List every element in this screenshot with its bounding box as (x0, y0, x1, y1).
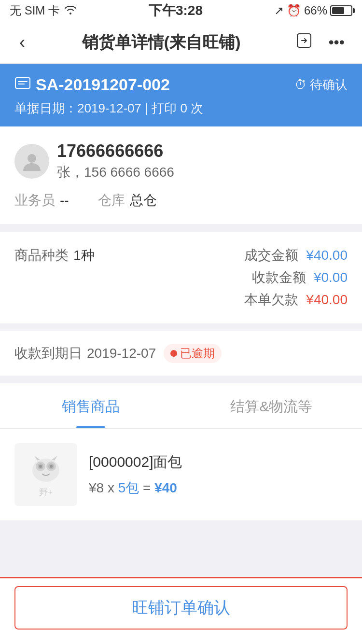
received-amount: 收款金额 ¥0.00 (252, 268, 348, 287)
more-button[interactable]: ••• (325, 30, 348, 54)
share-button[interactable] (292, 29, 316, 56)
svg-point-3 (32, 459, 59, 482)
bottom-bar: 旺铺订单确认 (0, 577, 362, 644)
product-list: 野+ [0000002]面包 ¥8 x 5包 = ¥40 (0, 429, 362, 520)
alarm-icon: ⏰ (287, 4, 301, 17)
customer-meta: 业务员 -- 仓库 总仓 (14, 191, 348, 210)
location-icon: ↗ (274, 4, 284, 17)
tabs-header: 销售商品 结算&物流等 (0, 383, 362, 429)
customer-section: 17666666666 张，156 6666 6666 业务员 -- 仓库 总仓 (0, 126, 362, 224)
product-types: 商品种类 1种 (14, 246, 95, 265)
svg-point-2 (28, 154, 36, 163)
tab-sales-products[interactable]: 销售商品 (0, 383, 181, 428)
svg-point-9 (50, 465, 53, 468)
product-price-formula: ¥8 x 5包 = ¥40 (89, 479, 348, 497)
order-id: SA-20191207-002 (14, 75, 170, 94)
svg-point-8 (39, 465, 42, 468)
due-date-value: 2019-12-07 (87, 346, 156, 361)
order-status: ⏱ 待确认 (294, 76, 348, 93)
tabs-section: 销售商品 结算&物流等 (0, 383, 362, 520)
order-date: 单据日期：2019-12-07 | 打印 0 次 (14, 100, 348, 117)
status-bar-left: 无 SIM 卡 (10, 3, 77, 18)
overdue-badge: 已逾期 (164, 344, 222, 363)
svg-rect-1 (15, 78, 30, 88)
carrier-label: 无 SIM 卡 (10, 3, 60, 18)
customer-phone: 17666666666 (57, 141, 174, 161)
order-id-icon (14, 75, 31, 94)
warehouse-info: 仓库 总仓 (98, 191, 157, 210)
customer-avatar (14, 144, 49, 179)
page-title: 销货单详情(来自旺铺) (82, 31, 241, 54)
product-image: 野+ (14, 443, 77, 506)
product-brand-text: 野+ (39, 487, 53, 498)
overdue-dot-icon (170, 350, 177, 357)
status-clock-icon: ⏱ (294, 77, 307, 92)
tab-settlement[interactable]: 结算&物流等 (181, 383, 362, 428)
battery-icon (330, 5, 352, 16)
status-bar-right: ↗ ⏰ 66% (274, 4, 352, 17)
battery-percent: 66% (304, 4, 327, 17)
sales-info: 业务员 -- (14, 191, 69, 210)
product-name: [0000002]面包 (89, 452, 348, 472)
owed-amount: 本单欠款 ¥40.00 (244, 291, 348, 309)
customer-name: 张，156 6666 6666 (57, 163, 174, 182)
status-bar: 无 SIM 卡 下午3:28 ↗ ⏰ 66% (0, 0, 362, 21)
nav-actions: ••• (292, 29, 348, 56)
confirm-order-button[interactable]: 旺铺订单确认 (14, 586, 348, 630)
deal-amount: 成交金额 ¥40.00 (244, 246, 348, 265)
order-header: SA-20191207-002 ⏱ 待确认 单据日期：2019-12-07 | … (0, 64, 362, 126)
amounts-section: 商品种类 1种 成交金额 ¥40.00 收款金额 ¥0.00 本单欠款 ¥40.… (0, 232, 362, 323)
list-item: 野+ [0000002]面包 ¥8 x 5包 = ¥40 (0, 429, 362, 520)
due-date-section: 收款到期日 2019-12-07 已逾期 (0, 331, 362, 376)
wifi-icon (64, 4, 77, 17)
status-bar-time: 下午3:28 (149, 1, 203, 20)
product-info: [0000002]面包 ¥8 x 5包 = ¥40 (89, 452, 348, 497)
nav-bar: ‹ 销货单详情(来自旺铺) ••• (0, 21, 362, 64)
amounts-right: 成交金额 ¥40.00 收款金额 ¥0.00 本单欠款 ¥40.00 (244, 246, 348, 309)
back-button[interactable]: ‹ (14, 28, 30, 57)
